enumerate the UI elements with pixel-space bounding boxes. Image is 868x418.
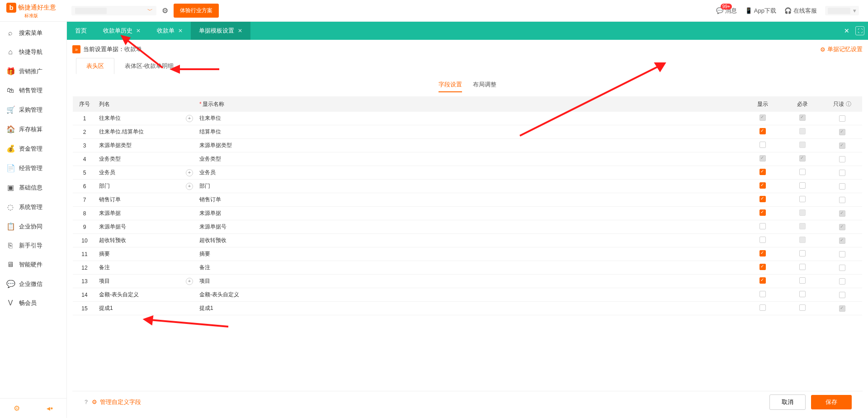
help-icon[interactable]: ⓘ xyxy=(846,100,851,108)
sidebar-item-8[interactable]: ▣基础信息 xyxy=(0,178,66,197)
sidebar-settings-icon[interactable]: ⚙ xyxy=(0,399,33,418)
sidebar-item-5[interactable]: 🏠库存核算 xyxy=(0,119,66,139)
sidebar-item-label: 企业微信 xyxy=(19,280,42,288)
sidebar-item-14[interactable]: V畅会员 xyxy=(0,294,66,313)
checkbox[interactable] xyxy=(760,237,766,243)
checkbox[interactable] xyxy=(799,264,806,270)
display-name-cell[interactable]: 来源单据 xyxy=(197,209,743,217)
add-icon[interactable]: + xyxy=(186,115,193,122)
display-name-cell[interactable]: 往来单位 xyxy=(197,114,743,122)
tab-0[interactable]: 首页 xyxy=(67,22,95,40)
checkbox[interactable] xyxy=(799,250,806,256)
close-icon[interactable]: ✕ xyxy=(178,28,183,34)
cancel-button[interactable]: 取消 xyxy=(769,394,806,410)
tab-1[interactable]: 收款单历史✕ xyxy=(95,22,149,40)
checkbox[interactable] xyxy=(799,291,806,297)
display-name-cell[interactable]: 金额-表头自定义 xyxy=(197,291,743,299)
add-icon[interactable]: + xyxy=(186,183,193,190)
experience-btn[interactable]: 体验行业方案 xyxy=(174,4,219,18)
checkbox xyxy=(839,129,845,135)
service-link[interactable]: 🎧 在线客服 xyxy=(784,7,817,15)
checkbox xyxy=(799,142,806,148)
checkbox[interactable] xyxy=(760,128,766,134)
sub-tab-1[interactable]: 布局调整 xyxy=(473,81,496,92)
checkbox[interactable] xyxy=(760,142,766,148)
add-icon[interactable]: + xyxy=(186,169,193,176)
checkbox[interactable] xyxy=(839,183,845,190)
sidebar-collapse-icon[interactable]: ◂• xyxy=(33,399,67,418)
sidebar-item-13[interactable]: 💬企业微信 xyxy=(0,274,66,294)
checkbox[interactable] xyxy=(799,277,806,284)
close-icon[interactable]: ✕ xyxy=(136,28,141,34)
sidebar-item-7[interactable]: 📄经营管理 xyxy=(0,158,66,178)
checkbox[interactable] xyxy=(760,209,766,216)
checkbox[interactable] xyxy=(839,265,845,271)
display-name-cell[interactable]: 业务类型 xyxy=(197,155,743,163)
checkbox[interactable] xyxy=(760,304,766,311)
grid-row: 3来源单据类型来源单据类型 xyxy=(73,139,862,152)
sidebar-item-12[interactable]: 🖥智能硬件 xyxy=(0,255,66,274)
sidebar-item-4[interactable]: 🛒采购管理 xyxy=(0,100,66,119)
checkbox[interactable] xyxy=(839,115,845,122)
memory-settings-link[interactable]: ⚙ 单据记忆设置 xyxy=(820,45,863,53)
area-tab-1[interactable]: 表体区-收款单明细 xyxy=(114,58,184,74)
checkbox[interactable] xyxy=(799,169,806,175)
messages-link[interactable]: 💬 消息 99+ xyxy=(716,7,737,15)
checkbox[interactable] xyxy=(760,277,766,284)
display-name-cell[interactable]: 来源单据类型 xyxy=(197,142,743,149)
sidebar-item-11[interactable]: ⎘新手引导 xyxy=(0,236,66,255)
context-expand-icon[interactable]: » xyxy=(72,45,80,53)
field-grid: 序号 列名 *显示名称 显示 必录 只读ⓘ 1往来单位+往来单位2往来单位.结算… xyxy=(72,96,863,391)
display-name-cell[interactable]: 提成1 xyxy=(197,304,743,312)
grid-row: 1往来单位+往来单位 xyxy=(73,112,862,125)
sub-tab-0[interactable]: 字段设置 xyxy=(439,81,462,92)
manage-custom-fields-link[interactable]: ？ ⚙ 管理自定义字段 xyxy=(83,398,141,406)
display-name-cell[interactable]: 业务员 xyxy=(197,169,743,176)
display-name-cell[interactable]: 摘要 xyxy=(197,250,743,258)
checkbox[interactable] xyxy=(799,196,806,202)
display-name-cell[interactable]: 备注 xyxy=(197,264,743,271)
tab-3[interactable]: 单据模板设置✕ xyxy=(191,22,250,40)
checkbox[interactable] xyxy=(760,182,766,189)
user-area[interactable]: ▾ xyxy=(825,6,859,15)
fullscreen-icon[interactable]: ⛶ xyxy=(855,26,864,35)
headset-icon: 🎧 xyxy=(784,7,792,14)
checkbox[interactable] xyxy=(839,292,845,298)
checkbox[interactable] xyxy=(760,169,766,175)
checkbox[interactable] xyxy=(799,182,806,189)
display-name-cell[interactable]: 销售订单 xyxy=(197,196,743,204)
checkbox[interactable] xyxy=(839,197,845,203)
sidebar-item-1[interactable]: ⌂快捷导航 xyxy=(0,43,66,62)
display-name-cell[interactable]: 部门 xyxy=(197,182,743,190)
sidebar-item-6[interactable]: 💰资金管理 xyxy=(0,139,66,158)
save-button[interactable]: 保存 xyxy=(811,395,852,409)
area-tab-0[interactable]: 表头区 xyxy=(76,58,114,74)
checkbox[interactable] xyxy=(760,196,766,202)
sidebar-item-icon: ⌕ xyxy=(6,29,14,37)
checkbox[interactable] xyxy=(760,250,766,256)
display-name-cell[interactable]: 超收转预收 xyxy=(197,237,743,244)
display-name-cell[interactable]: 来源单据号 xyxy=(197,223,743,231)
sidebar-item-3[interactable]: 🛍销售管理 xyxy=(0,81,66,100)
add-icon[interactable]: + xyxy=(186,278,193,285)
display-name-cell[interactable]: 项目 xyxy=(197,277,743,285)
org-select[interactable]: ﹀ xyxy=(71,6,156,15)
download-link[interactable]: 📱 App下载 xyxy=(745,7,776,15)
checkbox[interactable] xyxy=(839,251,845,257)
checkbox[interactable] xyxy=(839,278,845,285)
checkbox[interactable] xyxy=(760,264,766,270)
close-icon[interactable]: ✕ xyxy=(238,28,242,34)
tab-2[interactable]: 收款单✕ xyxy=(149,22,191,40)
sidebar-item-2[interactable]: 🎁营销推广 xyxy=(0,62,66,81)
checkbox[interactable] xyxy=(839,156,845,162)
sidebar-item-10[interactable]: 📋企业协同 xyxy=(0,217,66,236)
gear-icon[interactable]: ⚙ xyxy=(162,6,168,15)
sidebar-item-0[interactable]: ⌕搜索菜单 xyxy=(0,24,66,43)
checkbox[interactable] xyxy=(839,170,845,176)
display-name-cell[interactable]: 结算单位 xyxy=(197,128,743,136)
tab-close-all-icon[interactable]: ✕ xyxy=(842,26,852,36)
checkbox[interactable] xyxy=(760,291,766,297)
checkbox[interactable] xyxy=(760,223,766,229)
sidebar-item-9[interactable]: ◌系统管理 xyxy=(0,197,66,217)
checkbox[interactable] xyxy=(799,304,806,311)
